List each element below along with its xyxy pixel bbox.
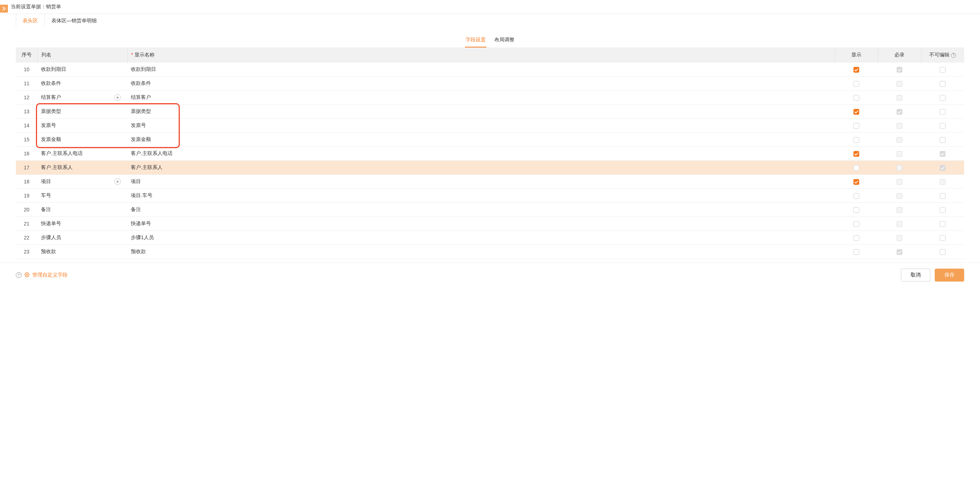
checkbox-readonly[interactable] bbox=[940, 67, 945, 73]
cell-display[interactable]: 备注 bbox=[127, 203, 835, 217]
cell-display[interactable]: 结算客户 bbox=[127, 91, 835, 105]
help-icon[interactable]: ? bbox=[16, 272, 22, 278]
cell-readonly bbox=[921, 76, 964, 91]
cell-name: 步骤人员 bbox=[37, 231, 127, 245]
field-table: 序号 列名 *显示名称 显示 必录 不可编辑? 10收款到期日收款到期日11收款… bbox=[16, 48, 964, 259]
checkbox-show[interactable] bbox=[853, 221, 859, 227]
checkbox-readonly[interactable] bbox=[940, 235, 945, 241]
cell-readonly bbox=[921, 245, 964, 259]
add-icon[interactable]: + bbox=[115, 178, 121, 185]
checkbox-required bbox=[897, 151, 902, 157]
table-row: 17客户.主联系人客户.主联系人 bbox=[16, 161, 964, 175]
checkbox-readonly[interactable] bbox=[940, 249, 945, 255]
cell-show bbox=[835, 105, 878, 119]
checkbox-show[interactable] bbox=[853, 249, 859, 255]
checkbox-show[interactable] bbox=[853, 67, 859, 73]
footer: ? 管理自定义字段 取消 保存 bbox=[0, 263, 980, 287]
cell-show bbox=[835, 231, 878, 245]
checkbox-show[interactable] bbox=[853, 109, 859, 115]
table-row: 19车号项目.车号 bbox=[16, 189, 964, 203]
cell-required bbox=[878, 161, 921, 175]
checkbox-required bbox=[897, 81, 902, 87]
cell-display[interactable]: 快递单号 bbox=[127, 217, 835, 231]
checkbox-readonly[interactable] bbox=[940, 109, 945, 115]
cell-display[interactable]: 收款到期日 bbox=[127, 62, 835, 76]
checkbox-show[interactable] bbox=[853, 235, 859, 241]
cell-seq: 16 bbox=[16, 147, 37, 161]
cell-display[interactable]: 发票号 bbox=[127, 119, 835, 133]
cell-display[interactable]: 项目 bbox=[127, 175, 835, 189]
cell-required bbox=[878, 62, 921, 76]
checkbox-show[interactable] bbox=[853, 165, 859, 171]
cell-name: 项目+ bbox=[37, 175, 127, 189]
checkbox-readonly bbox=[940, 151, 945, 157]
table-header-row: 序号 列名 *显示名称 显示 必录 不可编辑? bbox=[16, 48, 964, 62]
cell-display[interactable]: 客户.主联系人电话 bbox=[127, 147, 835, 161]
checkbox-show[interactable] bbox=[853, 207, 859, 213]
col-header-show: 显示 bbox=[835, 48, 878, 62]
table-row: 22步骤人员步骤1人员 bbox=[16, 231, 964, 245]
checkbox-readonly[interactable] bbox=[940, 207, 945, 213]
add-icon[interactable]: + bbox=[115, 94, 121, 101]
cell-required bbox=[878, 245, 921, 259]
gear-icon bbox=[24, 272, 29, 278]
cell-display[interactable]: 收款条件 bbox=[127, 76, 835, 91]
help-icon[interactable]: ? bbox=[951, 53, 956, 58]
cell-display[interactable]: 发票金额 bbox=[127, 133, 835, 147]
cell-seq: 18 bbox=[16, 175, 37, 189]
col-header-seq: 序号 bbox=[16, 48, 37, 62]
cell-display[interactable]: 票据类型 bbox=[127, 105, 835, 119]
main-tabs: 表头区表体区—销货单明细 bbox=[0, 14, 980, 28]
subtab-1[interactable]: 布局调整 bbox=[493, 35, 515, 48]
cell-seq: 23 bbox=[16, 245, 37, 259]
cell-display[interactable]: 客户.主联系人 bbox=[127, 161, 835, 175]
cell-readonly bbox=[921, 91, 964, 105]
checkbox-show[interactable] bbox=[853, 179, 859, 185]
subtab-0[interactable]: 字段设置 bbox=[465, 35, 487, 48]
checkbox-readonly[interactable] bbox=[940, 221, 945, 227]
table-row: 18项目+项目 bbox=[16, 175, 964, 189]
cell-required bbox=[878, 175, 921, 189]
cell-display[interactable]: 项目.车号 bbox=[127, 189, 835, 203]
page-title: 当前设置单据：销货单 bbox=[11, 3, 61, 14]
tab-0[interactable]: 表头区 bbox=[16, 14, 45, 28]
expand-panel-button[interactable] bbox=[0, 5, 8, 13]
cell-readonly bbox=[921, 119, 964, 133]
checkbox-readonly[interactable] bbox=[940, 81, 945, 87]
checkbox-readonly[interactable] bbox=[940, 137, 945, 143]
checkbox-readonly[interactable] bbox=[940, 123, 945, 129]
tab-1[interactable]: 表体区—销货单明细 bbox=[45, 14, 103, 28]
cell-name: 备注 bbox=[37, 203, 127, 217]
cell-show bbox=[835, 76, 878, 91]
cell-show bbox=[835, 91, 878, 105]
cancel-button[interactable]: 取消 bbox=[901, 269, 931, 282]
cell-required bbox=[878, 133, 921, 147]
cell-show bbox=[835, 62, 878, 76]
checkbox-show[interactable] bbox=[853, 95, 859, 101]
cell-name: 预收款 bbox=[37, 245, 127, 259]
checkbox-required bbox=[897, 95, 902, 101]
manage-custom-fields-link[interactable]: 管理自定义字段 bbox=[32, 272, 68, 278]
checkbox-readonly[interactable] bbox=[940, 95, 945, 101]
cell-seq: 19 bbox=[16, 189, 37, 203]
cell-seq: 13 bbox=[16, 105, 37, 119]
checkbox-show[interactable] bbox=[853, 193, 859, 199]
table-row: 23预收款预收款 bbox=[16, 245, 964, 259]
checkbox-show[interactable] bbox=[853, 137, 859, 143]
cell-display[interactable]: 步骤1人员 bbox=[127, 231, 835, 245]
save-button[interactable]: 保存 bbox=[935, 269, 964, 282]
cell-readonly bbox=[921, 133, 964, 147]
checkbox-readonly[interactable] bbox=[940, 193, 945, 199]
chevron-right-double-icon bbox=[2, 6, 6, 11]
table-row: 14发票号发票号 bbox=[16, 119, 964, 133]
cell-seq: 11 bbox=[16, 76, 37, 91]
cell-show bbox=[835, 189, 878, 203]
checkbox-readonly bbox=[940, 165, 945, 171]
table-row: 12结算客户+结算客户 bbox=[16, 91, 964, 105]
cell-seq: 20 bbox=[16, 203, 37, 217]
table-row: 20备注备注 bbox=[16, 203, 964, 217]
checkbox-show[interactable] bbox=[853, 151, 859, 157]
cell-display[interactable]: 预收款 bbox=[127, 245, 835, 259]
checkbox-show[interactable] bbox=[853, 81, 859, 87]
checkbox-show[interactable] bbox=[853, 123, 859, 129]
